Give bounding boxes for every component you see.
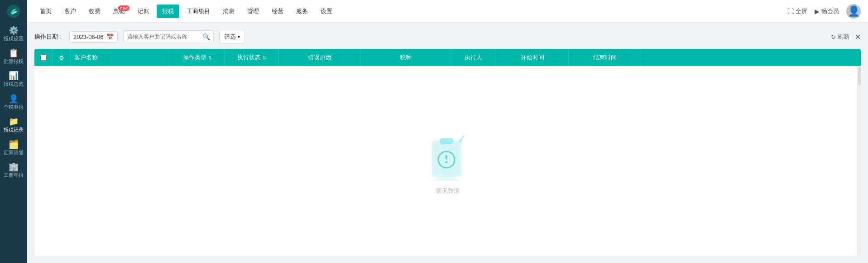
topnav: 首页 客户 收费 票据 new 记账 报税 工商项目 消息 管理 经营 服务 设… [27,0,868,23]
huisuan-icon: 🗂️ [9,140,19,148]
baoshui-zongjian-icon: 📊 [9,72,19,80]
avatar-icon: 👤 [848,5,860,17]
nav-xiaoxi[interactable]: 消息 [217,5,240,18]
user-avatar[interactable]: 👤 [846,4,861,19]
select-all-checkbox[interactable] [40,54,47,61]
empty-state: 暂无数据 [421,127,475,195]
nav-gongshang-xiangmu[interactable]: 工商项目 [181,5,216,18]
nav-shouye[interactable]: 首页 [34,5,57,18]
th-op-type[interactable]: 操作类型 ⇅ [170,49,225,66]
piliang-baoshui-icon: 📋 [9,49,19,57]
th-customer: 客户名称 [71,49,170,66]
date-value: 2023-06-06 [73,34,104,40]
date-picker[interactable]: 2023-06-06 📅 [69,31,118,43]
date-label: 操作日期： [34,33,64,41]
table-container: ⚙ 客户名称 操作类型 ⇅ 执行状态 ⇅ 错误原因 税种 [34,49,861,256]
empty-illustration [421,127,475,181]
refresh-button[interactable]: ↻ 刷新 [831,33,849,41]
geshui-shenbao-icon: 👤 [9,95,19,103]
nav-shoufei[interactable]: 收费 [83,5,106,18]
page-content: 操作日期： 2023-06-06 📅 🔍 筛选 ▾ ↻ 刷新 ✕ [27,23,868,263]
th-settings[interactable]: ⚙ [53,49,71,66]
sidebar-item-piliang-baoshui[interactable]: 📋 批量报税 [0,45,27,68]
scrollbar[interactable] [857,66,861,256]
th-end-time: 结束时间 [569,49,641,66]
search-input[interactable] [124,31,199,42]
scrollbar-thumb[interactable] [858,67,861,85]
gongshang-nianbao-icon: 🏢 [9,163,19,171]
sidebar-item-gongshang-nianbao[interactable]: 🏢 工商年报 [0,159,27,182]
filter-button[interactable]: 筛选 ▾ [219,30,245,44]
th-tax-type: 税种 [360,49,451,66]
fullscreen-button[interactable]: ⛶ 全屏 [787,7,807,15]
sidebar-item-baoshui-jilu[interactable]: 📁 报税记录 [0,114,27,136]
svg-rect-5 [446,155,447,160]
nav-items: 首页 客户 收费 票据 new 记账 报税 工商项目 消息 管理 经营 服务 设… [34,5,787,18]
nav-shezhi[interactable]: 设置 [315,5,338,18]
svg-point-6 [445,161,447,164]
th-error-reason: 错误原因 [279,49,360,66]
sidebar: ⚙️ 报税设置 📋 批量报税 📊 报税总览 👤 个税申报 📁 报税记录 🗂️ 汇… [0,0,27,263]
sidebar-item-geshui-shenbao[interactable]: 👤 个税申报 [0,91,27,114]
nav-kehu[interactable]: 客户 [59,5,82,18]
filter-label: 筛选 [224,33,236,41]
op-type-sort-icon: ⇅ [208,55,212,60]
chevron-down-icon: ▾ [238,34,240,39]
baoshui-shezhi-icon: ⚙️ [9,26,19,34]
refresh-icon: ↻ [831,34,836,40]
table-body: 暂无数据 [34,66,861,256]
nav-baoshui[interactable]: 报税 [157,5,179,18]
nav-jizhang[interactable]: 记账 [132,5,155,18]
member-icon: ▶ [815,8,820,15]
toolbar: 操作日期： 2023-06-06 📅 🔍 筛选 ▾ ↻ 刷新 ✕ [34,30,861,44]
sidebar-item-huisuan-qingshui[interactable]: 🗂️ 汇算清缴 [0,136,27,159]
th-start-time: 开始时间 [496,49,569,66]
svg-point-8 [459,139,462,142]
exec-status-sort-icon: ⇅ [263,55,266,60]
th-executor: 执行人 [451,49,496,66]
sidebar-item-baoshui-shezhi[interactable]: ⚙️ 报税设置 [0,23,27,45]
close-button[interactable]: ✕ [855,33,861,41]
piaoju-badge: new [118,5,129,11]
search-box: 🔍 [123,30,214,43]
fullscreen-icon: ⛶ [787,8,794,15]
nav-guanli[interactable]: 管理 [242,5,264,18]
search-button[interactable]: 🔍 [199,31,214,43]
th-exec-status[interactable]: 执行状态 ⇅ [225,49,279,66]
table-header: ⚙ 客户名称 操作类型 ⇅ 执行状态 ⇅ 错误原因 税种 [34,49,861,66]
svg-rect-3 [440,138,453,144]
member-button[interactable]: ▶ 畅会员 [815,7,839,15]
nav-fuwu[interactable]: 服务 [291,5,313,18]
nav-piaoju[interactable]: 票据 new [108,5,130,18]
empty-text: 暂无数据 [436,187,460,195]
baoshui-jilu-icon: 📁 [9,117,19,126]
settings-icon: ⚙ [59,54,64,61]
sidebar-item-baoshui-zongjian[interactable]: 📊 报税总览 [0,68,27,91]
sidebar-logo [0,0,27,23]
topnav-right: ⛶ 全屏 ▶ 畅会员 👤 [787,4,861,19]
svg-point-10 [436,176,456,180]
calendar-icon: 📅 [106,34,114,40]
main-wrapper: 首页 客户 收费 票据 new 记账 报税 工商项目 消息 管理 经营 服务 设… [27,0,868,263]
th-checkbox[interactable] [34,49,53,66]
nav-jingying[interactable]: 经营 [266,5,289,18]
